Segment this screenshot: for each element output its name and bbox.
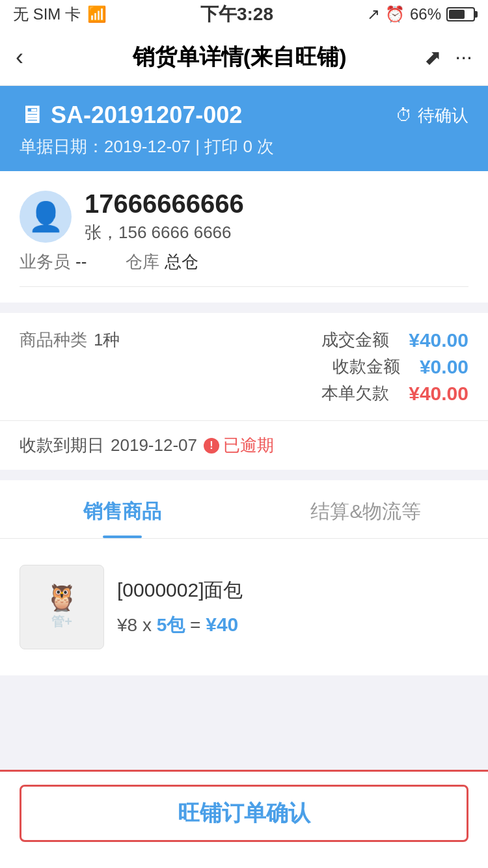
amount-value-0: ¥40.00 [409, 329, 468, 351]
clock-icon: ⏱ [396, 105, 413, 126]
battery-icon [446, 7, 475, 21]
brand-plus: 管+ [51, 613, 72, 631]
due-date: 2019-12-07 [111, 435, 197, 455]
summary-section: 商品种类 1种 成交金额 ¥40.00 收款金额 ¥0.00 本单欠款 ¥40.… [0, 313, 488, 420]
product-types-label: 商品种类 [20, 329, 87, 351]
page-title: 销货单详情(来自旺铺) [55, 42, 424, 72]
product-list: 🦉 管+ [0000002]面包 ¥8 x 5包 = ¥40 [0, 539, 488, 675]
salesperson-value: -- [75, 252, 87, 272]
carrier-text: 无 SIM 卡 [13, 4, 81, 25]
bottom-area: 旺铺订单确认 [0, 770, 488, 868]
product-thumbnail: 🦉 管+ [20, 565, 104, 649]
product-item-0: 🦉 管+ [0000002]面包 ¥8 x 5包 = ¥40 [0, 552, 488, 662]
amount-value-1: ¥0.00 [420, 356, 468, 378]
amount-row-0: 成交金额 ¥40.00 [321, 329, 468, 351]
product-price-row: ¥8 x 5包 = ¥40 [117, 613, 243, 638]
divider-1 [20, 286, 468, 287]
location-icon: ↗ [367, 5, 380, 23]
summary-right: 成交金额 ¥40.00 收款金额 ¥0.00 本单欠款 ¥40.00 [321, 329, 468, 405]
owl-icon: 🦉 [46, 584, 78, 610]
back-button[interactable]: ‹ [16, 44, 55, 71]
amount-label-2: 本单欠款 [321, 382, 389, 405]
total-price: ¥40 [206, 614, 238, 635]
status-time: 下午3:28 [200, 2, 273, 27]
customer-row: 👤 17666666666 张，156 6666 6666 [20, 189, 468, 244]
overdue-badge: ! 已逾期 [204, 434, 274, 457]
order-id-row: 🖥 SA-20191207-002 ⏱ 待确认 [20, 102, 468, 129]
unit-price: ¥8 x [117, 615, 157, 635]
salesperson-label: 业务员 [20, 251, 70, 273]
overdue-text: 已逾期 [223, 434, 274, 457]
order-date: 单据日期：2019-12-07 | 打印 0 次 [20, 135, 468, 158]
customer-meta: 业务员 -- 仓库 总仓 [20, 251, 468, 273]
status-text: 待确认 [418, 104, 468, 127]
amount-label-1: 收款金额 [332, 355, 400, 378]
tab-underline [103, 536, 142, 538]
product-types-value: 1种 [94, 329, 120, 351]
amount-row-2: 本单欠款 ¥40.00 [321, 382, 468, 405]
overdue-icon: ! [204, 438, 219, 454]
order-id: 🖥 SA-20191207-002 [20, 102, 242, 129]
customer-name: 张，156 6666 6666 [85, 221, 244, 244]
due-section: 收款到期日 2019-12-07 ! 已逾期 [0, 420, 488, 470]
status-left: 无 SIM 卡 📶 [13, 4, 107, 25]
product-info: [0000002]面包 ¥8 x 5包 = ¥40 [117, 577, 243, 638]
due-label: 收款到期日 [20, 434, 104, 457]
amount-row-1: 收款金额 ¥0.00 [332, 355, 468, 378]
product-name: [0000002]面包 [117, 577, 243, 604]
customer-section: 👤 17666666666 张，156 6666 6666 业务员 -- 仓库 … [0, 171, 488, 303]
summary-row: 商品种类 1种 成交金额 ¥40.00 收款金额 ¥0.00 本单欠款 ¥40.… [20, 329, 468, 405]
confirm-button[interactable]: 旺铺订单确认 [20, 785, 468, 842]
alarm-icon: ⏰ [385, 5, 405, 23]
tab-products[interactable]: 销售商品 [0, 480, 244, 538]
warehouse-label: 仓库 [126, 251, 159, 273]
warehouse-item: 仓库 总仓 [126, 251, 198, 273]
qty: 5包 [157, 615, 185, 635]
tab-settlement[interactable]: 结算&物流等 [244, 480, 488, 538]
customer-phone: 17666666666 [85, 189, 244, 219]
tabs-row: 销售商品 结算&物流等 [0, 480, 488, 538]
summary-left: 商品种类 1种 [20, 329, 120, 354]
order-icon: 🖥 [20, 102, 43, 129]
wifi-icon: 📶 [87, 5, 107, 23]
order-status: ⏱ 待确认 [396, 104, 468, 127]
product-types-item: 商品种类 1种 [20, 329, 120, 351]
customer-info: 17666666666 张，156 6666 6666 [85, 189, 244, 244]
tabs-container: 销售商品 结算&物流等 [0, 480, 488, 539]
nav-bar: ‹ 销货单详情(来自旺铺) ⬈ ··· [0, 29, 488, 86]
order-id-text: SA-20191207-002 [51, 102, 242, 129]
more-button[interactable]: ··· [455, 45, 472, 69]
avatar: 👤 [20, 191, 72, 243]
amount-label-0: 成交金额 [321, 329, 389, 351]
warehouse-value: 总仓 [165, 251, 198, 273]
order-header: 🖥 SA-20191207-002 ⏱ 待确认 单据日期：2019-12-07 … [0, 86, 488, 171]
share-button[interactable]: ⬈ [424, 45, 442, 70]
status-bar: 无 SIM 卡 📶 下午3:28 ↗ ⏰ 66% [0, 0, 488, 29]
amount-value-2: ¥40.00 [409, 383, 468, 405]
battery-text: 66% [410, 5, 441, 23]
equals: = [185, 615, 206, 635]
status-right: ↗ ⏰ 66% [367, 5, 475, 23]
salesperson-item: 业务员 -- [20, 251, 87, 273]
nav-actions: ⬈ ··· [424, 45, 472, 70]
